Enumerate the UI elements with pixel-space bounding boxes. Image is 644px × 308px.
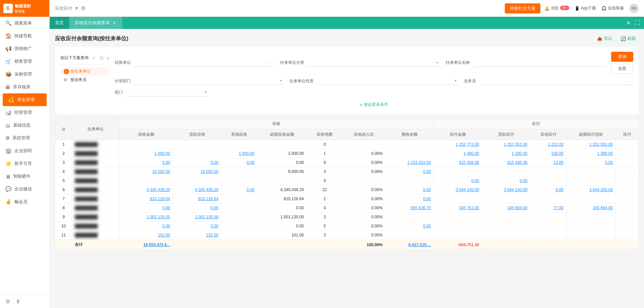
collapse-scheme-icon[interactable]: « bbox=[106, 55, 109, 61]
star-icon: 🌟 bbox=[5, 161, 12, 167]
partner-nature-select[interactable]: ▼ bbox=[316, 77, 459, 85]
settings-icon[interactable]: ⚙ bbox=[5, 298, 10, 305]
app-download-button[interactable]: 📱 App下载 bbox=[575, 5, 596, 11]
th-ar-prepay: 预收余额 bbox=[385, 129, 434, 140]
chevron-down-icon: ▼ bbox=[436, 61, 439, 64]
edit-scheme-icon[interactable]: ⊙ bbox=[99, 55, 104, 61]
industry-solution-button[interactable]: 体验行业方案 bbox=[505, 3, 540, 13]
add-scheme-icon[interactable]: ＋ bbox=[91, 54, 97, 61]
footer-ar-prepay[interactable]: 6,417,215.... bbox=[385, 240, 434, 250]
tab-bar: 首页 应收应付余额查询 ✕ ✕ ⛶ bbox=[50, 17, 644, 29]
sidebar-item-quick-nav[interactable]: 🏠 快捷导航 bbox=[0, 30, 49, 42]
footer-ar-overdue bbox=[257, 240, 307, 250]
header: 应收应付 ▼ ⚙ 体验行业方案 🔔 消息 99+ 📱 App下载 🎧 在线客服 … bbox=[50, 0, 644, 17]
page-title: 应收应付余额查询(按往来单位) bbox=[55, 35, 128, 42]
online-service-button[interactable]: 🎧 在线客服 bbox=[601, 5, 624, 11]
chevron-down-icon-3: ▼ bbox=[454, 79, 457, 83]
footer-total-label: 合计 bbox=[72, 240, 119, 250]
app-name: 畅捷通财 bbox=[15, 3, 31, 9]
filter-row-2: 分管部门 ▼ 往来单位性质 ▼ 业务员 bbox=[115, 77, 633, 85]
notification-badge: 99+ bbox=[560, 6, 569, 10]
sidebar-item-marketing[interactable]: 📢 营销推广 bbox=[0, 42, 49, 55]
tab-home[interactable]: 首页 bbox=[50, 17, 69, 29]
footer-ar-ratio: 100.00% bbox=[343, 240, 385, 250]
scheme-bar: 按以下方案查询 ＋ ⊙ « bbox=[60, 52, 109, 64]
gear-icon: ⚙ bbox=[5, 135, 10, 141]
settings-button[interactable]: 设置 bbox=[611, 64, 633, 74]
tab-close-window-icon[interactable]: ✕ bbox=[626, 20, 631, 26]
dept-manager-select[interactable]: ▼ bbox=[133, 77, 284, 85]
table-row: 9████████1,001,135.001,001,135.001,001,1… bbox=[55, 213, 639, 222]
enterprise-icon: 🏢 bbox=[5, 148, 12, 154]
megaphone-icon: 📢 bbox=[5, 46, 12, 52]
sidebar-item-enterprise[interactable]: 🏢 企业协同 bbox=[0, 144, 49, 157]
footer-ap-other bbox=[530, 240, 566, 250]
filter-partner-nature: 往来单位性质 ▼ bbox=[289, 77, 459, 85]
chart-icon: 📊 bbox=[5, 109, 12, 116]
table-row: 1████████01,252,773.001,251,551.001,222.… bbox=[55, 140, 639, 149]
table-row: 11████████152.00152.00101.0030.00% bbox=[55, 231, 639, 240]
refresh-button[interactable]: 🔄 刷新 bbox=[618, 34, 639, 43]
collapse-more-button[interactable]: ∧ 收起更多条件 bbox=[115, 100, 633, 109]
th-ap-balance: 应付 bbox=[616, 129, 639, 140]
th-ar-ratio: 应收款占比 bbox=[343, 129, 385, 140]
footer-ar-count bbox=[307, 240, 342, 250]
tab-close-icon[interactable]: ✕ bbox=[112, 20, 116, 26]
box-icon: 📦 bbox=[5, 71, 12, 77]
filter-partner-category: 往来单位分类 ▼ bbox=[280, 59, 440, 67]
salesperson-input[interactable]: ··· bbox=[479, 77, 633, 85]
chat-icon: 💬 bbox=[5, 186, 12, 192]
sidebar-item-inventory[interactable]: 🏛 库存核算 bbox=[0, 81, 49, 93]
footer-ar-amount[interactable]: 19,553,472,6... bbox=[119, 240, 173, 250]
sidebar-item-wechat[interactable]: 💬 企业微信 bbox=[0, 183, 49, 195]
th-partner: 往来单位 bbox=[72, 119, 119, 140]
table-row: 5████████00.000.00 bbox=[55, 176, 639, 185]
footer-ap-amount: -654,751.40 bbox=[434, 240, 482, 250]
settings-gear-icon[interactable]: ⚙ bbox=[81, 5, 86, 11]
table-row: 7████████810,126.64810,126.64810,126.642… bbox=[55, 194, 639, 204]
app-version: 标准版 bbox=[15, 9, 31, 14]
filter-row-1: 结算单位 ··· 往来单位分类 ▼ 往来 bbox=[115, 52, 633, 74]
notification-button[interactable]: 🔔 消息 99+ bbox=[544, 5, 569, 11]
table-config-icon[interactable]: ⚙ bbox=[61, 127, 66, 132]
department-select[interactable]: ▼ bbox=[125, 88, 209, 96]
pause-icon[interactable]: ⏸ bbox=[15, 299, 21, 305]
sidebar-item-guide[interactable]: 🌟 新手引导 bbox=[0, 157, 49, 170]
th-ar-overdue: 超期应收金额 bbox=[257, 129, 307, 140]
logo-icon: 6 bbox=[3, 4, 13, 13]
sidebar-item-finance[interactable]: 💰 资金管理 bbox=[3, 93, 47, 106]
sidebar-item-basic-info[interactable]: 🗂 基础信息 bbox=[0, 119, 49, 132]
search-icon: 🔍 bbox=[5, 20, 12, 26]
tab-balance-query[interactable]: 应收应付余额查询 ✕ bbox=[69, 17, 122, 29]
sidebar-item-purchase[interactable]: 📦 采购管理 bbox=[0, 68, 49, 81]
data-table-wrap: ⚙ 往来单位 应收 应付 应收金额 贷款应收 其他应收 超期应收金额 应收笔数 … bbox=[55, 118, 639, 250]
scheme-by-unit[interactable]: ⊙ 按往来单位 bbox=[60, 67, 109, 76]
partner-category-select[interactable]: ▼ bbox=[307, 59, 440, 67]
tab-expand-icon[interactable]: ⛶ bbox=[635, 20, 640, 26]
sidebar-item-sales[interactable]: 🛒 销售管理 bbox=[0, 55, 49, 68]
scheme-unit-icon: ⊙ bbox=[64, 69, 69, 74]
user-avatar[interactable]: Rit bbox=[629, 4, 639, 13]
th-ar-count: 应收笔数 bbox=[307, 129, 342, 140]
warehouse-icon: 🏛 bbox=[5, 84, 10, 90]
tab-bar-right: ✕ ⛶ bbox=[622, 17, 644, 29]
scheme-by-staff[interactable]: ⊙ 按业务员 bbox=[60, 76, 109, 84]
sidebar-item-search-menu[interactable]: 🔍 搜索菜单 bbox=[0, 17, 49, 30]
filter-area: 按以下方案查询 ＋ ⊙ « ⊙ 按往来单位 ⊙ 按业务员 bbox=[55, 47, 639, 114]
table-scroll-area[interactable]: ⚙ 往来单位 应收 应付 应收金额 贷款应收 其他应收 超期应收金额 应收笔数 … bbox=[55, 118, 639, 250]
sidebar-item-member[interactable]: ✌ 畅会员 bbox=[0, 195, 49, 208]
table-row: 3████████0.000.000.000.0090.00%2,153,333… bbox=[55, 158, 639, 167]
partner-name-input[interactable] bbox=[473, 59, 606, 67]
cart-icon: 🛒 bbox=[5, 58, 12, 64]
query-button[interactable]: 查询 bbox=[611, 52, 633, 62]
export-button[interactable]: 📤 导出 bbox=[594, 34, 615, 43]
breadcrumb: 应收应付 ▼ ⚙ bbox=[55, 5, 501, 11]
sidebar-item-hardware[interactable]: 🖥 智能硬件 bbox=[0, 170, 49, 183]
settlement-unit-input[interactable]: ··· bbox=[133, 59, 275, 67]
sidebar-item-operations[interactable]: 📊 经营管理 bbox=[0, 106, 49, 119]
home-icon: 🏠 bbox=[5, 33, 12, 39]
th-ap-overdue: 超期应付贷款 bbox=[566, 129, 615, 140]
th-settings[interactable]: ⚙ bbox=[55, 119, 72, 140]
sidebar-item-system[interactable]: ⚙ 系统管理 bbox=[0, 132, 49, 144]
table-row: 8████████0.000.000.0040.00%655,636.75345… bbox=[55, 204, 639, 213]
